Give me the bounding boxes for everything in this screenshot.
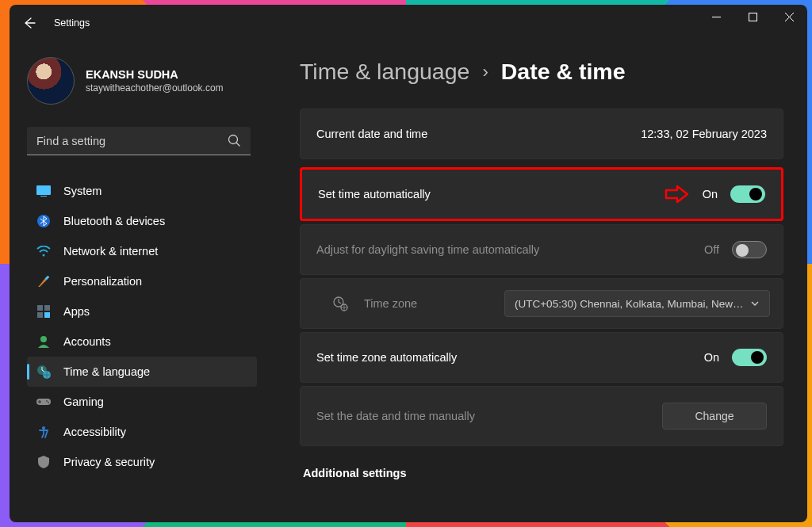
timezone-dropdown[interactable]: (UTC+05:30) Chennai, Kolkata, Mumbai, Ne… xyxy=(504,290,770,317)
sidebar-item-time-language[interactable]: Time & language xyxy=(27,357,257,387)
toggle-knob xyxy=(751,351,764,364)
svg-point-16 xyxy=(48,402,49,403)
back-button[interactable] xyxy=(22,16,36,30)
settings-cards: Current date and time 12:33, 02 February… xyxy=(300,109,783,446)
shield-icon xyxy=(36,455,51,469)
search-input[interactable] xyxy=(27,127,251,155)
breadcrumb-current: Date & time xyxy=(501,59,626,85)
svg-point-15 xyxy=(46,400,48,402)
search-wrap xyxy=(27,127,251,155)
chevron-down-icon xyxy=(750,299,760,308)
sidebar-item-label: Network & internet xyxy=(63,245,158,258)
titlebar-left: Settings xyxy=(22,5,90,41)
sidebar-item-apps[interactable]: Apps xyxy=(27,296,257,327)
svg-point-5 xyxy=(43,254,45,257)
app-title: Settings xyxy=(54,17,90,29)
timezone-icon xyxy=(332,296,348,311)
back-arrow-icon xyxy=(23,17,36,29)
sidebar-item-accessibility[interactable]: Accessibility xyxy=(27,417,257,447)
additional-settings-heading: Additional settings xyxy=(300,467,783,479)
sidebar: EKANSH SUDHA staywitheachother@outlook.c… xyxy=(10,41,263,522)
svg-rect-10 xyxy=(44,312,50,318)
set-timezone-auto-card: Set time zone automatically On xyxy=(300,332,783,383)
svg-rect-9 xyxy=(37,312,43,318)
toggle-state-label: On xyxy=(704,351,719,364)
sidebar-item-label: Accessibility xyxy=(63,426,126,438)
sidebar-item-label: Personalization xyxy=(63,275,142,288)
maximize-button[interactable] xyxy=(734,5,771,29)
apps-icon xyxy=(36,304,51,319)
set-manual-card: Set the date and time manually Change xyxy=(300,386,783,446)
dropdown-value: (UTC+05:30) Chennai, Kolkata, Mumbai, Ne… xyxy=(515,298,744,310)
svg-rect-2 xyxy=(36,185,51,195)
toggle-state-label: On xyxy=(703,188,718,200)
main: Time & language › Date & time Current da… xyxy=(263,41,807,522)
card-label: Set time automatically xyxy=(318,188,431,200)
timezone-card: Time zone (UTC+05:30) Chennai, Kolkata, … xyxy=(300,278,783,329)
wifi-icon xyxy=(36,244,51,258)
avatar xyxy=(27,57,75,105)
settings-window: Settings EKANSH SUDHA staywitheachother@… xyxy=(10,5,807,522)
sidebar-item-label: Accounts xyxy=(63,335,111,348)
dst-toggle[interactable] xyxy=(732,241,767,258)
profile-text: EKANSH SUDHA staywitheachother@outlook.c… xyxy=(86,68,224,94)
set-timezone-auto-toggle[interactable] xyxy=(732,349,767,366)
search-icon xyxy=(227,133,241,147)
set-time-auto-card: Set time automatically On xyxy=(300,167,783,221)
minimize-icon xyxy=(712,13,721,21)
card-label: Time zone xyxy=(364,297,417,310)
card-label: Set time zone automatically xyxy=(316,351,457,364)
svg-rect-7 xyxy=(37,305,43,311)
sidebar-item-bluetooth[interactable]: Bluetooth & devices xyxy=(27,206,257,236)
svg-rect-0 xyxy=(749,13,756,21)
annotation-arrow-icon xyxy=(665,185,688,203)
sidebar-item-label: Time & language xyxy=(63,365,150,378)
sidebar-item-label: Gaming xyxy=(63,395,104,408)
minimize-button[interactable] xyxy=(698,5,734,29)
clock-globe-icon xyxy=(36,365,51,379)
profile-name: EKANSH SUDHA xyxy=(86,68,224,81)
sidebar-item-personalization[interactable]: Personalization xyxy=(27,266,257,296)
close-button[interactable] xyxy=(771,5,807,29)
change-button[interactable]: Change xyxy=(662,403,767,430)
svg-point-11 xyxy=(40,336,47,342)
profile-email: staywitheachother@outlook.com xyxy=(86,82,224,94)
breadcrumb-parent[interactable]: Time & language xyxy=(300,59,469,85)
accounts-icon xyxy=(36,334,51,349)
sidebar-item-privacy[interactable]: Privacy & security xyxy=(27,447,257,477)
window-controls xyxy=(698,5,807,41)
card-label: Adjust for daylight saving time automati… xyxy=(316,243,539,256)
svg-rect-8 xyxy=(44,305,50,311)
set-time-auto-toggle[interactable] xyxy=(730,185,765,203)
sidebar-item-label: Bluetooth & devices xyxy=(63,215,165,227)
sidebar-item-label: Privacy & security xyxy=(63,456,155,468)
toggle-state-label: Off xyxy=(704,243,719,256)
svg-rect-3 xyxy=(40,196,47,197)
sidebar-item-label: Apps xyxy=(63,305,90,318)
titlebar: Settings xyxy=(10,5,807,41)
close-icon xyxy=(785,13,794,21)
chevron-right-icon: › xyxy=(482,62,488,82)
sidebar-item-accounts[interactable]: Accounts xyxy=(27,327,257,357)
accessibility-icon xyxy=(36,425,51,439)
bluetooth-icon xyxy=(36,214,51,228)
breadcrumb: Time & language › Date & time xyxy=(300,59,783,85)
dst-card: Adjust for daylight saving time automati… xyxy=(300,224,783,275)
maximize-icon xyxy=(749,13,757,21)
current-datetime-value: 12:33, 02 February 2023 xyxy=(641,128,767,140)
body: EKANSH SUDHA staywitheachother@outlook.c… xyxy=(10,41,807,522)
nav: System Bluetooth & devices Network & int… xyxy=(27,176,257,477)
sidebar-item-system[interactable]: System xyxy=(27,176,257,206)
current-datetime-card: Current date and time 12:33, 02 February… xyxy=(300,109,783,159)
card-label: Current date and time xyxy=(316,128,427,140)
sidebar-item-label: System xyxy=(63,185,102,197)
card-label: Set the date and time manually xyxy=(316,410,475,422)
sidebar-item-network[interactable]: Network & internet xyxy=(27,236,257,266)
system-icon xyxy=(36,184,51,198)
gaming-icon xyxy=(36,395,51,409)
toggle-knob xyxy=(749,188,762,200)
sidebar-item-gaming[interactable]: Gaming xyxy=(27,387,257,417)
svg-point-17 xyxy=(42,426,45,430)
button-label: Change xyxy=(695,410,733,422)
profile-block[interactable]: EKANSH SUDHA staywitheachother@outlook.c… xyxy=(27,57,257,105)
